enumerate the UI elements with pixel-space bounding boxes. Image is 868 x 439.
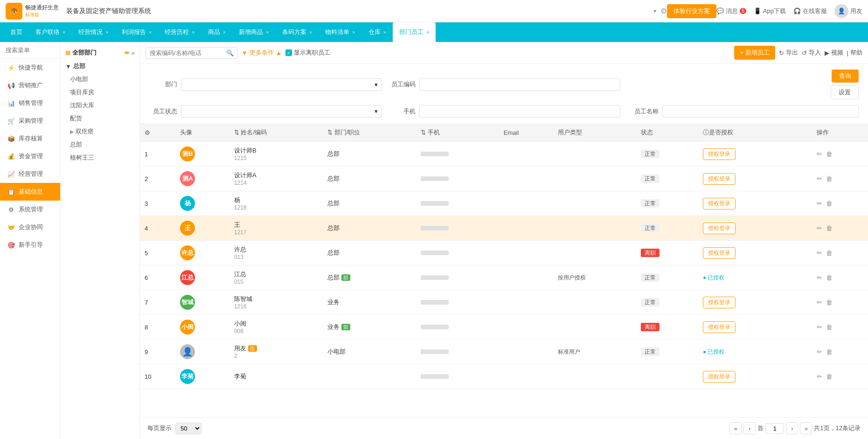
search-input[interactable] <box>150 49 224 56</box>
delete-icon[interactable]: 🗑 <box>826 249 833 257</box>
auth-button[interactable]: 授权登录 <box>703 247 736 259</box>
sidebar-item-quicknav[interactable]: ⚡ 快捷导航 <box>0 59 60 77</box>
next-page-button[interactable]: › <box>786 422 798 434</box>
close-customer-tab[interactable]: × <box>62 29 65 35</box>
edit-icon[interactable]: ✏ <box>817 299 822 306</box>
resigned-checkbox[interactable]: ✓ <box>285 49 292 56</box>
edit-icon[interactable]: ✏ <box>817 175 822 182</box>
edit-icon[interactable]: ✏ <box>817 224 822 232</box>
tab-bom[interactable]: 物料清单× <box>319 22 361 42</box>
delete-icon[interactable]: 🗑 <box>826 323 833 331</box>
sidebar-item-collab[interactable]: 🤝 企业协同 <box>0 218 60 236</box>
auth-button[interactable]: 授权登录 <box>703 198 736 209</box>
status-filter-select[interactable]: ▾ <box>181 105 382 118</box>
delete-icon[interactable]: 🗑 <box>826 373 833 380</box>
app-download-button[interactable]: 📱 App下载 <box>754 7 786 15</box>
reset-button[interactable]: 设置 <box>831 85 859 99</box>
close-bom-tab[interactable]: × <box>352 29 355 35</box>
filter-more-button[interactable]: ▼ 更多条件 ▲ <box>242 49 282 57</box>
empname-filter-input[interactable] <box>662 105 859 118</box>
delete-icon[interactable]: 🗑 <box>826 274 833 281</box>
view-button[interactable]: ▶ 视频 <box>825 49 843 57</box>
dept-filter-select[interactable]: ▾ <box>181 78 382 91</box>
last-page-button[interactable]: » <box>800 422 812 434</box>
dept-node-xiangmu[interactable]: 项目库房 <box>61 86 139 99</box>
online-service-button[interactable]: 🎧 在线客服 <box>793 7 827 15</box>
sidebar-item-business[interactable]: 📈 经营管理 <box>0 165 60 183</box>
sidebar-search-input[interactable] <box>6 47 61 54</box>
export-button[interactable]: ↻ 导出 <box>779 49 798 57</box>
help-button[interactable]: | 帮助 <box>847 49 862 57</box>
prev-page-button[interactable]: ‹ <box>743 422 756 434</box>
close-barcode-tab[interactable]: × <box>309 29 312 35</box>
per-page-select[interactable]: 50 100 200 <box>175 423 201 434</box>
delete-icon[interactable]: 🗑 <box>826 200 833 207</box>
phone-filter-input[interactable] <box>419 105 620 118</box>
tab-operation[interactable]: 经营情况× <box>72 22 115 42</box>
tab-add-goods[interactable]: 新增商品× <box>232 22 275 42</box>
tab-history[interactable]: 经营历程× <box>158 22 201 42</box>
sidebar-item-basic[interactable]: 📋 基础信息 <box>0 183 60 201</box>
edit-icon[interactable]: ✏ <box>817 200 822 207</box>
tab-home[interactable]: 首页 <box>4 28 29 36</box>
close-goods-tab[interactable]: × <box>223 29 226 35</box>
delete-icon[interactable]: 🗑 <box>826 175 833 182</box>
auth-button[interactable]: 授权登录 <box>703 173 736 185</box>
settings-icon[interactable]: ⚙ <box>660 7 667 15</box>
dept-node-shenyang[interactable]: 沈阳大库 <box>61 99 139 112</box>
user-button[interactable]: 👤 用友 <box>834 4 862 18</box>
tab-profit[interactable]: 利润报告× <box>115 22 158 42</box>
close-profit-tab[interactable]: × <box>149 29 152 35</box>
close-add-goods-tab[interactable]: × <box>266 29 269 35</box>
settings-col-icon[interactable]: ⚙ <box>145 129 150 136</box>
sidebar-item-sales[interactable]: 📊 销售管理 <box>0 94 60 112</box>
auth-button[interactable]: 授权登录 <box>703 321 736 333</box>
auth-button[interactable]: 授权登录 <box>703 297 736 308</box>
tab-customer[interactable]: 客户联络× <box>29 22 72 42</box>
sidebar-item-marketing[interactable]: 📢 营销推广 <box>0 77 60 94</box>
tab-goods[interactable]: 商品× <box>201 22 232 42</box>
auth-button[interactable]: 授权登录 <box>703 371 736 383</box>
delete-icon[interactable]: 🗑 <box>826 150 833 158</box>
sidebar-item-purchase[interactable]: 🛒 采购管理 <box>0 112 60 130</box>
dept-node-peihuo[interactable]: 配货 <box>61 112 139 125</box>
delete-icon[interactable]: 🗑 <box>826 348 833 355</box>
auth-button[interactable]: 授权登录 <box>703 223 736 234</box>
edit-icon[interactable]: ✏ <box>817 274 822 281</box>
first-page-button[interactable]: « <box>729 422 742 434</box>
close-warehouse-tab[interactable]: × <box>383 29 386 35</box>
edit-icon[interactable]: ✏ <box>817 323 822 331</box>
auth-button[interactable]: 授权登录 <box>703 148 736 160</box>
system-dropdown-icon[interactable]: ▾ <box>653 7 657 14</box>
sidebar-item-inventory[interactable]: 📦 库存核算 <box>0 130 60 147</box>
edit-icon[interactable]: ✏ <box>817 150 822 158</box>
delete-icon[interactable]: 🗑 <box>826 299 833 306</box>
show-resigned-toggle[interactable]: ✓ 显示离职员工 <box>285 49 330 57</box>
dept-node-zongbu[interactable]: 总部 <box>61 138 139 151</box>
messages-button[interactable]: 💬 消息 5 <box>716 7 746 15</box>
page-number-input[interactable] <box>765 423 784 434</box>
tab-barcode[interactable]: 条码方案× <box>276 22 319 42</box>
sidebar-item-system[interactable]: ⚙ 系统管理 <box>0 201 60 218</box>
query-button[interactable]: 查询 <box>832 70 859 83</box>
edit-icon[interactable]: ✏ <box>817 249 822 257</box>
close-employees-tab[interactable]: × <box>426 29 429 35</box>
sidebar-item-finance[interactable]: 💰 资金管理 <box>0 147 60 165</box>
close-operation-tab[interactable]: × <box>105 29 108 35</box>
dept-node-xiaodibu[interactable]: 小电部 <box>61 73 139 86</box>
close-history-tab[interactable]: × <box>192 29 194 35</box>
dept-edit-icon[interactable]: ✏ <box>125 49 130 56</box>
dept-collapse-icon[interactable]: « <box>132 49 135 56</box>
dept-node-shuanggezha[interactable]: ▶ 双疙瘩 <box>61 125 139 138</box>
import-button[interactable]: ↺ 导入 <box>802 49 821 57</box>
trial-button[interactable]: 体验行业方案 <box>667 4 716 18</box>
tab-warehouse[interactable]: 仓库× <box>362 22 393 42</box>
edit-icon[interactable]: ✏ <box>817 348 822 355</box>
delete-icon[interactable]: 🗑 <box>826 224 833 232</box>
dept-node-root[interactable]: ▼ 总部 <box>61 60 139 73</box>
add-employee-button[interactable]: + 新增员工 <box>734 46 775 60</box>
empcode-filter-input[interactable] <box>419 78 620 91</box>
sidebar-item-guide[interactable]: 🎯 新手引导 <box>0 236 60 254</box>
tab-employees[interactable]: 部门员工× <box>393 22 436 42</box>
dept-node-zhishu[interactable]: 植树王三 <box>61 151 139 164</box>
